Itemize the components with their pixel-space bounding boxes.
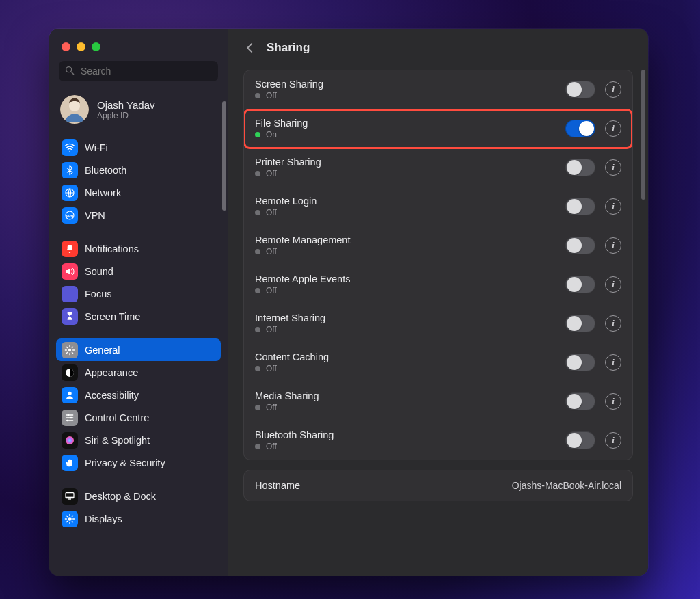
toggle-remote-apple-events[interactable]: [565, 276, 595, 293]
search-wrap: [49, 61, 228, 88]
sidebar-item-sound[interactable]: Sound: [56, 260, 221, 282]
fullscreen-window-button[interactable]: [92, 42, 100, 51]
toggle-remote-login[interactable]: [565, 198, 595, 215]
contrast-icon: [62, 364, 78, 381]
status-dot-icon: [255, 93, 260, 98]
service-status: Off: [255, 442, 334, 451]
info-button-printer-sharing[interactable]: i: [605, 159, 621, 176]
sidebar-item-label: Siri & Spotlight: [85, 435, 150, 446]
sidebar-item-wifi[interactable]: Wi-Fi: [56, 136, 221, 159]
svg-point-11: [70, 416, 72, 418]
sidebar-item-label: Notifications: [85, 243, 139, 254]
toggle-screen-sharing[interactable]: [565, 81, 595, 98]
info-button-remote-login[interactable]: i: [605, 198, 621, 215]
search-input[interactable]: [59, 61, 218, 81]
person-icon: [62, 387, 78, 403]
toggle-internet-sharing[interactable]: [565, 315, 595, 332]
sidebar-item-accessibility[interactable]: Accessibility: [56, 384, 221, 406]
info-button-media-sharing[interactable]: i: [605, 393, 621, 410]
toggle-knob: [567, 82, 582, 97]
service-status-text: Off: [266, 91, 277, 101]
sidebar-item-focus[interactable]: Focus: [56, 282, 221, 305]
info-button-remote-apple-events[interactable]: i: [605, 276, 621, 293]
back-button[interactable]: [242, 40, 258, 56]
hostname-value: Ojashs-MacBook-Air.local: [512, 480, 621, 491]
sidebar-item-screentime[interactable]: Screen Time: [56, 305, 221, 328]
close-window-button[interactable]: [62, 42, 70, 51]
svg-text:VPN: VPN: [66, 213, 74, 217]
svg-point-7: [68, 348, 71, 351]
sidebar-item-siri[interactable]: Siri & Spotlight: [56, 429, 221, 451]
toggle-knob: [579, 121, 594, 136]
info-button-internet-sharing[interactable]: i: [605, 315, 621, 332]
toggle-knob: [567, 238, 582, 253]
service-status-text: Off: [266, 247, 277, 256]
service-label: Bluetooth Sharing: [255, 429, 334, 440]
service-status: Off: [255, 325, 325, 334]
wifi-icon: [62, 139, 78, 156]
speaker-icon: [62, 263, 78, 280]
service-row-bluetooth-sharing: Bluetooth SharingOffi: [244, 421, 632, 460]
sidebar-item-general[interactable]: General: [56, 338, 221, 361]
info-button-bluetooth-sharing[interactable]: i: [605, 432, 621, 449]
service-status: Off: [255, 286, 350, 295]
sidebar-item-bluetooth[interactable]: Bluetooth: [56, 159, 221, 181]
toggle-remote-management[interactable]: [565, 237, 595, 254]
service-status: Off: [255, 364, 329, 373]
service-status-text: Off: [266, 325, 277, 334]
minimize-window-button[interactable]: [77, 42, 85, 51]
service-row-internet-sharing: Internet SharingOffi: [244, 304, 632, 343]
info-button-screen-sharing[interactable]: i: [605, 81, 621, 98]
sidebar-scrollbar[interactable]: [222, 101, 226, 211]
sidebar-item-displays[interactable]: Displays: [56, 507, 221, 530]
sidebar-item-controlcentre[interactable]: Control Centre: [56, 406, 221, 429]
sidebar-item-network[interactable]: Network: [56, 181, 221, 204]
moon-icon: [62, 286, 78, 302]
hostname-row[interactable]: Hostname Ojashs-MacBook-Air.local: [244, 470, 632, 501]
info-button-remote-management[interactable]: i: [605, 237, 621, 254]
sidebar-item-label: Focus: [85, 289, 112, 300]
info-button-content-caching[interactable]: i: [605, 354, 621, 371]
sidebar-item-desktop[interactable]: Desktop & Dock: [56, 485, 221, 507]
hostname-label: Hostname: [255, 480, 300, 491]
status-dot-icon: [255, 132, 260, 137]
service-row-remote-login: Remote LoginOffi: [244, 187, 632, 226]
status-dot-icon: [255, 366, 260, 371]
svg-line-1: [71, 72, 74, 75]
sidebar-list: Wi-FiBluetoothNetworkVPNVPNNotifications…: [49, 133, 228, 541]
service-status-text: On: [266, 130, 277, 139]
service-row-remote-management: Remote ManagementOffi: [244, 226, 632, 265]
globe-icon: [62, 185, 78, 201]
status-dot-icon: [255, 327, 260, 332]
service-status: Off: [255, 403, 319, 412]
sidebar-item-notifications[interactable]: Notifications: [56, 237, 221, 260]
sidebar-item-account[interactable]: Ojash Yadav Apple ID: [49, 88, 228, 133]
toggle-file-sharing[interactable]: [565, 120, 595, 137]
sidebar-item-vpn[interactable]: VPNVPN: [56, 204, 221, 226]
toggle-knob: [567, 355, 582, 370]
main-content: Sharing Screen SharingOffiFile SharingOn…: [228, 29, 648, 576]
service-row-screen-sharing: Screen SharingOffi: [244, 70, 632, 109]
service-row-remote-apple-events: Remote Apple EventsOffi: [244, 265, 632, 304]
toggle-content-caching[interactable]: [565, 354, 595, 371]
toggle-knob: [567, 394, 582, 409]
service-label: Remote Apple Events: [255, 274, 350, 284]
info-button-file-sharing[interactable]: i: [605, 120, 621, 137]
svg-point-13: [66, 436, 74, 444]
sidebar-item-privacy[interactable]: Privacy & Security: [56, 451, 221, 474]
service-status-text: Off: [266, 442, 277, 451]
svg-rect-16: [68, 498, 71, 499]
toggle-bluetooth-sharing[interactable]: [565, 431, 595, 449]
service-status: Off: [255, 247, 350, 256]
svg-point-17: [68, 517, 71, 520]
service-label: Screen Sharing: [255, 79, 323, 90]
service-status-text: Off: [266, 286, 277, 295]
main-scrollbar[interactable]: [641, 70, 645, 200]
toggle-printer-sharing[interactable]: [565, 159, 595, 176]
toggle-media-sharing[interactable]: [565, 392, 595, 410]
sidebar-item-appearance[interactable]: Appearance: [56, 361, 221, 384]
status-dot-icon: [255, 249, 260, 254]
sidebar: Ojash Yadav Apple ID Wi-FiBluetoothNetwo…: [49, 29, 228, 576]
sidebar-item-label: Bluetooth: [85, 165, 126, 176]
window-controls: [49, 36, 228, 61]
